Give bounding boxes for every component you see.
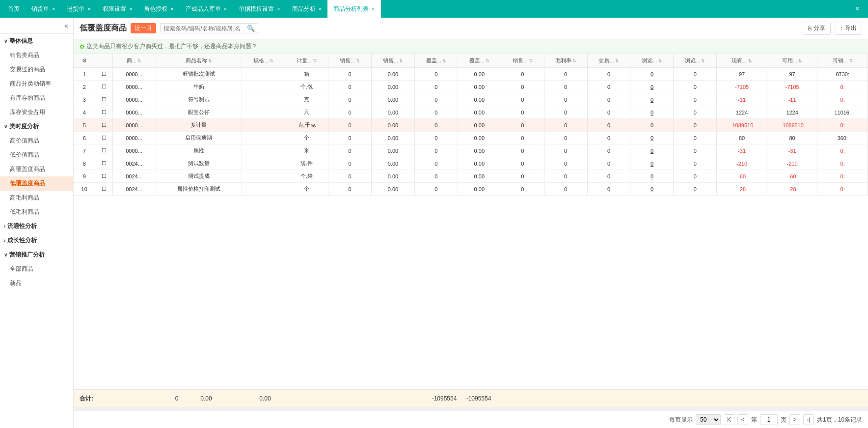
col-code-header[interactable]: 商...⇅ — [112, 54, 156, 68]
row-sales-amt: 0.00 — [372, 132, 415, 144]
row-no: 5 — [74, 119, 95, 132]
table-row: 6☐0000...启用保质期个00.0000.00000008080360: — [74, 132, 868, 144]
sidebar-item-high-value[interactable]: 高价值商品 — [0, 134, 73, 148]
sidebar-section-time-analysis[interactable]: ∨ 类时度分析 — [0, 119, 73, 134]
sidebar-section-flow[interactable]: › 流通性分析 — [0, 219, 73, 233]
nav-product-analysis-list[interactable]: 商品分析列表 × — [327, 0, 380, 18]
export-button[interactable]: ↑ 导出 — [835, 22, 862, 35]
sidebar-item-low-coverage[interactable]: 低覆盖度商品 — [0, 176, 73, 191]
row-unit: 米 — [285, 144, 328, 157]
sidebar-item-stocked-goods[interactable]: 有库存的商品 — [0, 91, 73, 105]
row-checkbox[interactable]: ☐ — [95, 81, 112, 93]
col-sales-amt-header[interactable]: 销售...⇅ — [372, 54, 415, 68]
row-trade: 0 — [587, 93, 630, 106]
close-icon[interactable]: × — [319, 6, 322, 12]
sidebar-item-low-value[interactable]: 低价值商品 — [0, 148, 73, 162]
sidebar-collapse-button[interactable]: « — [61, 21, 71, 30]
row-checkbox[interactable]: ☐ — [95, 183, 112, 196]
nav-sales-order[interactable]: 销货单 × — [26, 0, 61, 18]
sidebar-item-category-rate[interactable]: 商品分类动销率 — [0, 77, 73, 91]
row-checkbox[interactable]: ☐ — [95, 157, 112, 170]
row-gross-rate: 0 — [544, 170, 587, 183]
col-gross-rate-header[interactable]: 毛利率⇅ — [544, 54, 587, 68]
col-sales-qty-header[interactable]: 销售...⇅ — [328, 54, 372, 68]
nav-product-instock[interactable]: 产成品入库单 × — [180, 0, 233, 18]
data-table-container[interactable]: ⚙ 商...⇅ 商品名称⇅ 规格...⇅ 计量...⇅ 销售...⇅ 销售...… — [74, 54, 868, 389]
sidebar-item-stock-capital[interactable]: 库存资金占用 — [0, 105, 73, 119]
col-view1-header[interactable]: 浏览...⇅ — [630, 54, 674, 68]
row-checkbox[interactable]: ☐ — [95, 170, 112, 183]
sidebar-section-growth[interactable]: › 成长性分析 — [0, 233, 73, 248]
row-available-stock: -7105 — [767, 81, 817, 93]
col-available-stock-header[interactable]: 可用...⇅ — [767, 54, 817, 68]
close-icon[interactable]: × — [170, 6, 173, 12]
page-number-input[interactable] — [760, 414, 778, 425]
sidebar-item-traded-goods[interactable]: 交易过的商品 — [0, 62, 73, 77]
sidebar-item-low-profit[interactable]: 低毛利商品 — [0, 205, 73, 219]
nav-template-settings[interactable]: 单据模板设置 × — [233, 0, 286, 18]
close-icon[interactable]: × — [372, 6, 375, 12]
row-view1: 0 — [630, 170, 674, 183]
row-available-stock: -31 — [767, 144, 817, 157]
total-coverage2: 0.00 — [250, 395, 280, 402]
col-sales-xxx-header[interactable]: 销售...⇅ — [501, 54, 544, 68]
row-checkbox[interactable]: ☐ — [95, 93, 112, 106]
nav-product-analysis[interactable]: 商品分析 × — [286, 0, 327, 18]
per-page-select[interactable]: 50 20 100 200 — [696, 414, 721, 425]
nav-home[interactable]: 首页 — [2, 0, 26, 18]
row-name: 测试提成 — [156, 170, 242, 183]
search-input[interactable] — [163, 25, 247, 32]
search-icon[interactable]: 🔍 — [247, 25, 255, 32]
next-page-button[interactable]: > — [789, 414, 800, 425]
col-name-header[interactable]: 商品名称⇅ — [156, 54, 242, 68]
row-checkbox[interactable]: ☐ — [95, 144, 112, 157]
row-spec — [242, 119, 285, 132]
row-name: 多计量 — [156, 119, 242, 132]
first-page-button[interactable]: K — [724, 414, 734, 425]
row-saleable: 0: — [817, 170, 868, 183]
row-checkbox[interactable]: ☐ — [95, 106, 112, 119]
close-icon[interactable]: × — [224, 6, 227, 12]
row-checkbox[interactable]: ☐ — [95, 68, 112, 81]
sidebar-item-high-coverage[interactable]: 高覆盖度商品 — [0, 162, 73, 176]
col-saleable-header[interactable]: 可销...⇅ — [817, 54, 868, 68]
sidebar-section-overall[interactable]: ∨ 整体信息 — [0, 34, 73, 48]
table-header-row: ⚙ 商...⇅ 商品名称⇅ 规格...⇅ 计量...⇅ 销售...⇅ 销售...… — [74, 54, 868, 68]
col-coverage2-header[interactable]: 覆盖...⇅ — [458, 54, 501, 68]
row-coverage2: 0.00 — [458, 170, 501, 183]
row-trade: 0 — [587, 68, 630, 81]
row-trade: 0 — [587, 132, 630, 144]
row-coverage1: 0 — [414, 132, 458, 144]
sidebar-section-marketing[interactable]: ∨ 营销推广分析 — [0, 248, 73, 262]
row-view2: 0 — [674, 183, 717, 196]
col-settings[interactable]: ⚙ — [74, 54, 95, 68]
sidebar-item-high-profit[interactable]: 高毛利商品 — [0, 191, 73, 205]
close-icon[interactable]: × — [277, 6, 280, 12]
sidebar-item-all-goods[interactable]: 全部商品 — [0, 262, 73, 276]
col-current-stock-header[interactable]: 现有...⇅ — [717, 54, 767, 68]
row-checkbox[interactable]: ☐ — [95, 119, 112, 132]
col-view2-header[interactable]: 浏览...⇅ — [674, 54, 717, 68]
nav-purchase-order[interactable]: 进货单 × — [61, 0, 96, 18]
nav-role-auth[interactable]: 角色授权 × — [138, 0, 179, 18]
col-unit-header[interactable]: 计量...⇅ — [285, 54, 328, 68]
export-icon: ↑ — [840, 25, 843, 32]
close-icon[interactable]: × — [52, 6, 55, 12]
window-close-button[interactable]: × — [848, 0, 866, 18]
close-icon[interactable]: × — [87, 6, 90, 12]
prev-page-button[interactable]: < — [737, 414, 748, 425]
row-checkbox[interactable]: ☐ — [95, 132, 112, 144]
row-available-stock: -11 — [767, 93, 817, 106]
period-button[interactable]: 近一月 — [131, 23, 156, 33]
close-icon[interactable]: × — [129, 6, 132, 12]
col-trade-header[interactable]: 交易...⇅ — [587, 54, 630, 68]
sidebar-item-new-goods[interactable]: 新品 — [0, 276, 73, 290]
last-page-button[interactable]: ›| — [803, 414, 814, 425]
col-spec-header[interactable]: 规格...⇅ — [242, 54, 285, 68]
row-no: 2 — [74, 81, 95, 93]
share-button[interactable]: ⎘ 分享 — [803, 22, 831, 35]
horizontal-scrollbar[interactable] — [74, 407, 868, 411]
sidebar-item-sales-goods[interactable]: 销售类商品 — [0, 48, 73, 62]
col-coverage1-header[interactable]: 覆盖...⇅ — [414, 54, 458, 68]
nav-permission-settings[interactable]: 权限设置 × — [97, 0, 138, 18]
